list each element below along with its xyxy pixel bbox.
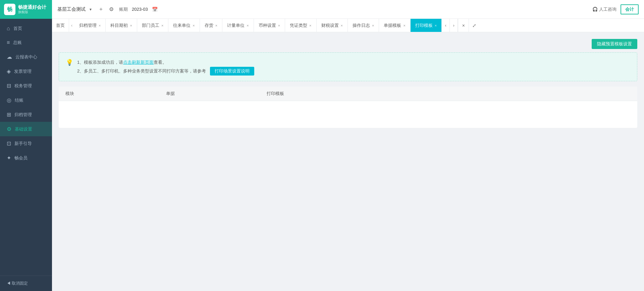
tab-expand-button[interactable]: ⤢ [469,19,479,32]
tab-label: 计量单位 [227,22,245,29]
tab-archive-mgmt[interactable]: 归档管理 × [74,19,106,32]
app-name: 畅捷通好会计 [18,4,46,10]
sidebar-item-invoice[interactable]: ◈ 发票管理 [0,64,52,79]
tab-close-icon[interactable]: × [435,23,437,28]
print-scene-button[interactable]: 打印场景设置说明 [210,67,254,76]
sidebar-item-label: 基础设置 [15,126,32,132]
tab-close-icon[interactable]: × [215,23,217,28]
add-tab-button[interactable]: ＋ [97,4,105,14]
tab-label: 币种设置 [259,22,276,29]
cloud-icon: ☁ [7,54,12,60]
settings-gear-icon[interactable]: ⚙ [108,5,115,14]
sidebar-item-label: 税务管理 [14,83,32,89]
member-icon: ✦ [7,155,11,161]
tab-print-template[interactable]: 打印模板 × [411,19,442,32]
tab-inventory[interactable]: 存货 × [200,19,222,32]
hide-preview-button[interactable]: 隐藏预置模板设置 [592,39,637,49]
guide-icon: ⊡ [7,140,11,147]
info-text: 1、模板添加成功后，请点击刷新新页面查看。 2、多员工、多打印机、多种业务类型设… [77,58,630,76]
tab-close-icon[interactable]: × [193,23,195,28]
tab-close-icon[interactable]: × [372,23,374,28]
tab-partner[interactable]: 往来单位 × [168,19,200,32]
sidebar-item-tax[interactable]: ⊟ 税务管理 [0,79,52,93]
tab-voucher-type[interactable]: 凭证类型 × [285,19,316,32]
sidebar-item-settlement[interactable]: ◎ 结账 [0,93,52,107]
sidebar-item-label: 归档管理 [14,112,32,118]
kuaiji-button[interactable]: 会计 [621,4,639,14]
tab-close-icon[interactable]: × [247,23,249,28]
tab-tax-settings[interactable]: 财税设置 × [317,19,348,32]
column-template: 打印模板 [260,87,637,101]
tab-label: 财税设置 [321,22,339,29]
column-document: 单据 [159,87,260,101]
tab-close-icon[interactable]: × [130,23,132,28]
print-template-table: 模块 单据 打印模板 [59,87,637,128]
sidebar-item-archive[interactable]: ⊞ 归档管理 [0,107,52,122]
sidebar-item-label: 畅会员 [14,155,28,161]
ledger-icon: ≡ [7,40,10,46]
tab-single-form[interactable]: 单据模板 × [379,19,410,32]
tab-nav-back[interactable]: ‹ [69,23,74,28]
info-box: 💡 1、模板添加成功后，请点击刷新新页面查看。 2、多员工、多打印机、多种业务类… [59,52,637,81]
tab-currency[interactable]: 币种设置 × [254,19,285,32]
tab-unit[interactable]: 计量单位 × [222,19,254,32]
sidebar-item-member[interactable]: ✦ 畅会员 [0,151,52,165]
customer-service-button[interactable]: 🎧 人工咨询 [592,6,616,12]
sidebar-item-guide[interactable]: ⊡ 新手引导 [0,136,52,151]
tab-close-icon[interactable]: × [99,23,101,28]
sidebar-nav: ⌂ 首页 ≡ 总账 ☁ 云报表中心 ◈ 发票管理 ⊟ 税务管理 ◎ 结账 ⊞ 归… [0,19,52,276]
tab-close-icon[interactable]: × [341,23,343,28]
tab-close-all-button[interactable]: × [458,19,469,32]
sidebar-logo: 畅 畅捷通好会计 旗舰版 [0,0,52,19]
app-logo-icon: 畅 [4,4,15,15]
sidebar-item-label: 总账 [13,40,22,46]
tab-label: 单据模板 [384,22,401,29]
tab-label: 往来单位 [173,22,191,29]
tax-icon: ⊟ [7,83,11,89]
sidebar-item-report[interactable]: ☁ 云报表中心 [0,50,52,64]
home-icon: ⌂ [7,26,10,32]
table-body-empty [59,101,637,128]
sidebar-unpin-button[interactable]: ◀ 取消固定 [0,276,52,291]
header-actions: ＋ ⚙ [97,4,115,14]
sidebar-item-label: 首页 [13,26,22,32]
archive-icon: ⊞ [7,111,11,118]
sidebar-item-settings[interactable]: ⚙ 基础设置 [0,122,52,136]
tab-close-icon[interactable]: × [403,23,405,28]
header-right: 🎧 人工咨询 会计 [592,4,639,14]
content-area: 隐藏预置模板设置 💡 1、模板添加成功后，请点击刷新新页面查看。 2、多员工、多… [52,32,644,291]
tab-label: 打印模板 [415,22,433,29]
tab-label: 凭证类型 [290,22,307,29]
tab-nav-next[interactable]: › [450,19,458,32]
tab-label: 存货 [205,22,213,29]
tab-close-icon[interactable]: × [309,23,311,28]
tab-label: 归档管理 [79,22,97,29]
tab-label: 操作日志 [353,22,370,29]
tab-operation-log[interactable]: 操作日志 × [348,19,379,32]
tab-home[interactable]: 首页 [52,19,69,32]
period-value: 2023-03 [132,7,148,12]
sidebar-item-label: 新手引导 [14,141,32,147]
calendar-icon[interactable]: 📅 [152,7,158,12]
tab-close-icon[interactable]: × [161,23,163,28]
app-edition: 旗舰版 [18,10,46,14]
tab-label: 科目期初 [110,22,128,29]
table-header: 模块 单据 打印模板 [59,87,637,101]
lightbulb-icon: 💡 [66,59,73,76]
settings-icon: ⚙ [7,126,11,132]
tab-nav-prev[interactable]: ‹ [442,19,450,32]
invoice-icon: ◈ [7,68,11,75]
refresh-link[interactable]: 点击刷新新页面 [123,60,154,65]
period-label: 账期 [119,6,128,12]
settlement-icon: ◎ [7,97,11,103]
tab-subject-init[interactable]: 科目期初 × [106,19,137,32]
tab-home-label: 首页 [56,22,65,29]
company-name: 基层工会测试 [57,6,86,12]
info-line-1: 1、模板添加成功后，请点击刷新新页面查看。 [77,58,630,67]
sidebar-item-ledger[interactable]: ≡ 总账 [0,36,52,50]
sidebar-item-label: 云报表中心 [15,54,37,60]
sidebar-item-home[interactable]: ⌂ 首页 [0,21,52,36]
company-dropdown-icon[interactable]: ▾ [90,7,92,12]
tab-close-icon[interactable]: × [278,23,280,28]
tab-dept-staff[interactable]: 部门员工 × [137,19,168,32]
